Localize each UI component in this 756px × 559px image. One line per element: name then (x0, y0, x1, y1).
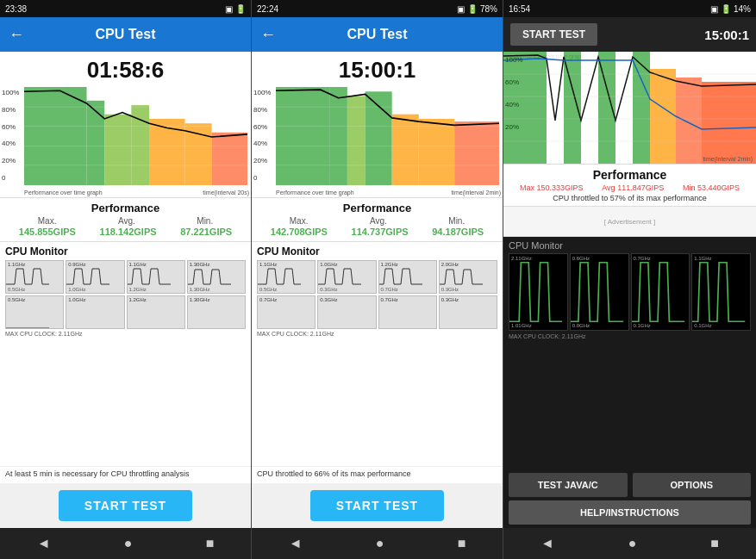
start-test-button-1[interactable]: START TEST (59, 490, 192, 521)
cpu-cell-5: 0.5GHz (5, 295, 64, 329)
status-bar-1: 23:38 ▣ 🔋 (0, 0, 251, 17)
graph-svg-3: 100% 60% 40% 20% (503, 52, 756, 164)
svg-rect-23 (547, 52, 564, 164)
nav-home-2[interactable]: ● (376, 536, 384, 551)
wifi-icon: ▣ (225, 4, 233, 14)
status-icons-3: ▣ 🔋 14% (710, 4, 751, 14)
nav-square-1[interactable]: ■ (206, 536, 215, 551)
min-value-2: 94.187GIPS (432, 227, 484, 237)
ad-banner-3: [ Advertisement ] (503, 206, 756, 237)
max-value-1: 145.855GIPS (19, 227, 76, 237)
y-labels-1: 100% 80% 60% 40% 20% 0 (2, 89, 19, 182)
start-test-button-2[interactable]: START TEST (310, 490, 444, 521)
app-header-2: ← CPU Test (252, 17, 503, 52)
svg-rect-15 (392, 115, 419, 185)
timer-2: 15:00:1 (252, 52, 503, 85)
max-label-2: Max. (290, 216, 309, 226)
wifi-icon-2: ▣ (457, 4, 465, 14)
svg-rect-1 (87, 101, 105, 185)
graph-svg-1 (24, 87, 247, 185)
graph-label-bottom-1: Performance over time graph (24, 189, 103, 196)
cpu-cell-3: 1.1GHz 1.2GHz (127, 260, 185, 294)
nav-back-1[interactable]: ◄ (37, 536, 51, 551)
avg-label-1: Avg. (118, 216, 135, 226)
options-button[interactable]: OPTIONS (633, 473, 752, 497)
nav-back-3[interactable]: ◄ (540, 536, 554, 551)
nav-square-2[interactable]: ■ (458, 536, 466, 551)
max-cpu-label-1: MAX CPU CLOCK: 2.11GHz (5, 331, 246, 337)
cpu-cell-2-2: 1.0GHz 0.3GHz (317, 260, 376, 294)
perf-labels-1: Max. Avg. Min. (7, 216, 244, 226)
perf-title-1: Performance (7, 202, 244, 214)
svg-rect-16 (419, 119, 454, 185)
cpu-cell-4: 1.30GHz 1.30GHz (187, 260, 246, 294)
graph-label-bottom-2: Performance over time graph (276, 189, 354, 196)
help-instructions-button[interactable]: HELP/INSTRUCTIONS (509, 500, 751, 525)
right-header-3: START TEST 15:00:1 (503, 17, 756, 52)
y-labels-2: 100% 80% 60% 40% 20% 0 (253, 89, 271, 182)
cpu-monitor-title-1: CPU Monitor (5, 245, 246, 258)
start-test-button-3[interactable]: START TEST (510, 23, 597, 46)
perf-title-3: Performance (510, 168, 749, 182)
perf-stats-right-3: Max 150.333GIPS Avg 111.847GIPS Min 53.4… (510, 183, 749, 192)
svg-rect-4 (149, 119, 184, 185)
cpu-cell-3-3: 0.7GHz 0.1GHz (631, 253, 690, 331)
max-cpu-label-3: MAX CPU CLOCK: 2.11GHz (509, 333, 751, 339)
back-arrow-1[interactable]: ← (9, 26, 24, 44)
nav-home-3[interactable]: ● (628, 536, 637, 551)
action-buttons-3: TEST JAVA/C OPTIONS HELP/INSTRUCTIONS (503, 469, 756, 528)
app-title-1: CPU Test (96, 27, 156, 42)
status-time-1: 23:38 (5, 4, 27, 14)
nav-back-2[interactable]: ◄ (289, 536, 303, 551)
svg-rect-5 (184, 123, 211, 185)
app-header-1: ← CPU Test (0, 17, 251, 52)
svg-rect-12 (329, 87, 347, 185)
test-java-button[interactable]: TEST JAVA/C (509, 473, 628, 497)
cpu-cell-2-7: 0.7GHz (378, 295, 437, 329)
svg-rect-0 (24, 87, 87, 185)
nav-square-3[interactable]: ■ (710, 536, 719, 551)
cpu-cell-2-1: 1.1GHz 0.5GHz (257, 260, 316, 294)
phone-panel-3: 16:54 ▣ 🔋 14% START TEST 15:00:1 perform… (503, 0, 756, 559)
cpu-monitor-title-2: CPU Monitor (257, 245, 497, 258)
cpu-cell-2-5: 0.7GHz (257, 295, 316, 329)
graph-time-3: time(interval 2min) (703, 156, 753, 162)
svg-rect-13 (347, 96, 366, 185)
svg-text:100%: 100% (505, 56, 522, 64)
nav-bar-3: ◄ ● ■ (503, 528, 756, 559)
avg-label-3: Avg 111.847GIPS (602, 183, 664, 192)
graph-time-2: time(interval 2min) (451, 189, 501, 196)
status-time-3: 16:54 (509, 4, 530, 14)
perf-graph-2: 100% 80% 60% 40% 20% 0 Performance over … (252, 85, 503, 197)
svg-rect-17 (454, 121, 499, 185)
cpu-monitor-1: CPU Monitor 1.1GHz 0.5GHz 0.9GHz 1.0GHz … (0, 241, 251, 466)
svg-rect-30 (676, 78, 702, 164)
avg-value-2: 114.737GIPS (352, 227, 409, 237)
perf-graph-1: 100% 80% 60% 40% 20% 0 Performance over … (0, 85, 251, 197)
min-value-1: 87.221GIPS (180, 227, 232, 237)
max-value-2: 142.708GIPS (271, 227, 328, 237)
cpu-monitor-grid-2: 1.1GHz 0.5GHz 1.0GHz 0.3GHz 1.2GHz 0.7GH… (257, 260, 497, 329)
wifi-icon-3: ▣ (710, 4, 718, 14)
svg-text:60%: 60% (505, 78, 519, 86)
perf-labels-2: Max. Avg. Min. (259, 216, 496, 226)
cpu-cell-2-3: 1.2GHz 0.7GHz (378, 260, 437, 294)
svg-rect-6 (212, 133, 247, 185)
throttle-text-3: CPU throttled to 57% of its max performa… (510, 194, 749, 202)
battery-pct-3: 14% (734, 4, 751, 14)
cpu-cell-3-1: 2.11GHz 1.01GHz (509, 253, 568, 331)
graph-time-1: time(interval 20s) (203, 189, 249, 196)
battery-icon-3: 🔋 (721, 4, 731, 14)
timer-3: 15:00:1 (704, 28, 749, 42)
perf-stats-1: Performance Max. Avg. Min. 145.855GIPS 1… (0, 197, 251, 241)
nav-bar-2: ◄ ● ■ (252, 528, 503, 559)
perf-values-1: 145.855GIPS 118.142GIPS 87.221GIPS (7, 227, 244, 237)
back-arrow-2[interactable]: ← (260, 26, 276, 44)
throttle-note-2: CPU throttled to 66% of its max performa… (252, 466, 503, 483)
cpu-cell-2-8: 0.3GHz (439, 295, 497, 329)
cpu-cell-7: 1.2GHz (127, 295, 185, 329)
graph-svg-2 (276, 87, 499, 185)
battery-icon: 🔋 (235, 4, 246, 14)
nav-home-1[interactable]: ● (124, 536, 133, 551)
svg-rect-31 (702, 82, 756, 164)
